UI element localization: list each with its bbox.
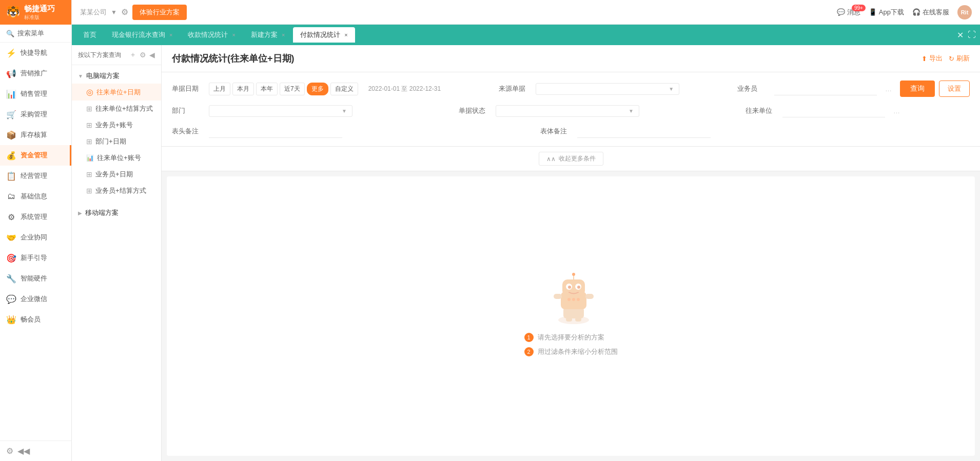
collapse-more-btn[interactable]: ∧∧ 收起更多条件 bbox=[539, 152, 603, 166]
tab-expand-icon[interactable]: ⛶ bbox=[968, 30, 976, 39]
date-7days-btn[interactable]: 近7天 bbox=[280, 83, 305, 95]
tab-new-scheme[interactable]: 新建方案 × bbox=[244, 27, 292, 43]
export-btn[interactable]: ⬆ 导出 bbox=[922, 54, 943, 63]
tab-pay-stats-close-icon[interactable]: × bbox=[344, 32, 347, 38]
message-btn[interactable]: 💬 消息 99+ bbox=[837, 8, 860, 17]
filter-settings-btn[interactable]: 设置 bbox=[939, 81, 970, 97]
filter-area: 单据日期 上月 本月 本年 近7天 更多 自定义 2022-01-01 至 20… bbox=[162, 72, 980, 147]
scheme-item-icon-2: ⊞ bbox=[86, 121, 92, 129]
scheme-item-dept-date[interactable]: ⊞ 部门+日期 bbox=[72, 133, 161, 150]
source-label: 来源单据 bbox=[499, 84, 527, 93]
tab-payment-stats-close-icon[interactable]: × bbox=[232, 32, 235, 38]
svg-point-6 bbox=[568, 286, 571, 289]
search-menu[interactable]: 🔍 搜索菜单 bbox=[0, 25, 71, 43]
sidebar-item-inventory[interactable]: 📦 库存核算 bbox=[0, 125, 71, 145]
filter-row-1: 单据日期 上月 本月 本年 近7天 更多 自定义 2022-01-01 至 20… bbox=[172, 81, 970, 97]
query-btn[interactable]: 查询 bbox=[900, 81, 935, 97]
tab-home[interactable]: 首页 bbox=[76, 27, 104, 43]
sidebar-footer: ⚙ ◀◀ bbox=[0, 440, 71, 461]
tab-pay-stats[interactable]: 付款情况统计 × bbox=[293, 27, 355, 43]
scheme-header: 按以下方案查询 ＋ ⚙ ◀ bbox=[72, 45, 161, 65]
trial-btn[interactable]: 体验行业方案 bbox=[132, 5, 187, 20]
date-custom-btn[interactable]: 自定义 bbox=[330, 83, 358, 95]
logo-name: 畅捷通巧 bbox=[24, 4, 55, 14]
sidebar-item-system[interactable]: ⚙ 系统管理 bbox=[0, 207, 71, 227]
svg-point-14 bbox=[577, 298, 580, 301]
sidebar-item-marketing[interactable]: 📢 营销推广 bbox=[0, 63, 71, 84]
scheme-item-staff-account[interactable]: ⊞ 业务员+账号 bbox=[72, 117, 161, 133]
hint-num-1: 1 bbox=[524, 333, 534, 342]
note1-input[interactable] bbox=[209, 125, 342, 138]
refresh-label: 刷新 bbox=[956, 54, 970, 63]
scheme-item-icon-5: ⊞ bbox=[86, 170, 92, 178]
sidebar-item-finance[interactable]: 💰 资金管理 bbox=[0, 145, 71, 166]
empty-hint: 1 请先选择要分析的方案 2 用过滤条件来缩小分析范围 bbox=[524, 333, 618, 362]
sidebar-item-basic-info[interactable]: 🗂 基础信息 bbox=[0, 186, 71, 207]
scheme-add-icon[interactable]: ＋ bbox=[129, 50, 136, 59]
mobile-scheme-title[interactable]: ▶ 移动端方案 bbox=[72, 205, 161, 221]
staff-more-icon[interactable]: … bbox=[885, 85, 892, 93]
partner-input[interactable] bbox=[782, 104, 885, 117]
sidebar-item-quick-nav[interactable]: ⚡ 快捷导航 bbox=[0, 43, 71, 63]
tab-payment-stats[interactable]: 收款情况统计 × bbox=[181, 27, 242, 43]
tab-cash-bank[interactable]: 现金银行流水查询 × bbox=[105, 27, 180, 43]
hint-text-1: 请先选择要分析的方案 bbox=[538, 333, 604, 342]
scheme-settings-icon[interactable]: ⚙ bbox=[140, 51, 146, 59]
sidebar-item-wechat[interactable]: 💬 企业微信 bbox=[0, 289, 71, 309]
staff-input[interactable] bbox=[774, 82, 877, 95]
date-more-btn[interactable]: 更多 bbox=[307, 83, 328, 95]
partner-label: 往来单位 bbox=[746, 106, 774, 115]
scheme-item-label-3: 部门+日期 bbox=[95, 137, 126, 146]
system-icon: ⚙ bbox=[6, 212, 16, 222]
status-select[interactable]: ▼ bbox=[496, 105, 639, 117]
svg-point-13 bbox=[572, 298, 575, 301]
tab-new-scheme-close-icon[interactable]: × bbox=[282, 32, 285, 38]
sidebar-item-purchase[interactable]: 🛒 采购管理 bbox=[0, 104, 71, 125]
empty-state: 1 请先选择要分析的方案 2 用过滤条件来缩小分析范围 bbox=[167, 176, 975, 456]
sidebar-item-guide[interactable]: 🎯 新手引导 bbox=[0, 248, 71, 268]
scheme-item-staff-settlement[interactable]: ⊞ 业务员+结算方式 bbox=[72, 183, 161, 199]
date-this-year-btn[interactable]: 本年 bbox=[256, 83, 278, 95]
sidebar-item-member[interactable]: 👑 畅会员 bbox=[0, 309, 71, 330]
scheme-item-partner-account[interactable]: 📊 往来单位+账号 bbox=[72, 150, 161, 166]
sidebar-collapse-icon[interactable]: ◀◀ bbox=[17, 446, 30, 456]
dept-select[interactable]: ▼ bbox=[209, 105, 352, 117]
scheme-item-staff-date[interactable]: ⊞ 业务员+日期 bbox=[72, 166, 161, 183]
date-range-display: 2022-01-01 至 2022-12-31 bbox=[368, 85, 441, 93]
scheme-item-partner-date[interactable]: ◎ 往来单位+日期 bbox=[72, 84, 161, 101]
tab-cash-bank-close-icon[interactable]: × bbox=[169, 32, 172, 38]
user-avatar[interactable]: Rit bbox=[957, 5, 972, 19]
refresh-btn[interactable]: ↻ 刷新 bbox=[949, 54, 970, 63]
footer-settings-icon[interactable]: ⚙ bbox=[6, 446, 13, 456]
collapse-label: 收起更多条件 bbox=[559, 154, 596, 163]
company-dropdown-icon[interactable]: ▼ bbox=[111, 9, 117, 16]
sidebar-item-operation[interactable]: 📋 经营管理 bbox=[0, 166, 71, 186]
note2-input[interactable] bbox=[577, 125, 711, 138]
member-icon: 👑 bbox=[6, 314, 16, 325]
message-badge: 99+ bbox=[852, 5, 866, 11]
pc-scheme-title[interactable]: ▼ 电脑端方案 bbox=[72, 68, 161, 84]
sidebar-item-sales[interactable]: 📊 销售管理 bbox=[0, 84, 71, 104]
topbar-settings-icon[interactable]: ⚙ bbox=[121, 7, 128, 17]
sidebar-item-hardware[interactable]: 🔧 智能硬件 bbox=[0, 268, 71, 289]
svg-rect-10 bbox=[554, 294, 562, 299]
content-area: 按以下方案查询 ＋ ⚙ ◀ ▼ 电脑端方案 ◎ 往来单位+日期 ⊞ 往来单位+结… bbox=[72, 45, 980, 461]
date-last-month-btn[interactable]: 上月 bbox=[209, 83, 230, 95]
app-download-btn[interactable]: 📱 App下载 bbox=[869, 8, 904, 17]
tab-close-all-icon[interactable]: ✕ bbox=[957, 30, 964, 40]
source-select[interactable]: ▼ bbox=[536, 83, 679, 95]
date-this-month-btn[interactable]: 本月 bbox=[232, 83, 254, 95]
scheme-item-partner-settlement[interactable]: ⊞ 往来单位+结算方式 bbox=[72, 101, 161, 117]
basic-info-icon: 🗂 bbox=[6, 191, 16, 202]
partner-more-icon[interactable]: … bbox=[893, 107, 900, 115]
mobile-section-label: 移动端方案 bbox=[85, 208, 119, 217]
search-label: 搜索菜单 bbox=[17, 29, 44, 38]
svg-point-9 bbox=[572, 273, 575, 276]
marketing-icon: 📢 bbox=[6, 68, 16, 78]
online-service-btn[interactable]: 🎧 在线客服 bbox=[912, 8, 949, 17]
scheme-collapse-icon[interactable]: ◀ bbox=[149, 51, 155, 59]
scheme-item-icon-4: 📊 bbox=[86, 154, 94, 162]
pc-scheme-section: ▼ 电脑端方案 ◎ 往来单位+日期 ⊞ 往来单位+结算方式 ⊞ 业务员+账号 ⊞ bbox=[72, 65, 161, 202]
sidebar-item-cooperation[interactable]: 🤝 企业协同 bbox=[0, 227, 71, 248]
staff-label: 业务员 bbox=[737, 84, 766, 93]
